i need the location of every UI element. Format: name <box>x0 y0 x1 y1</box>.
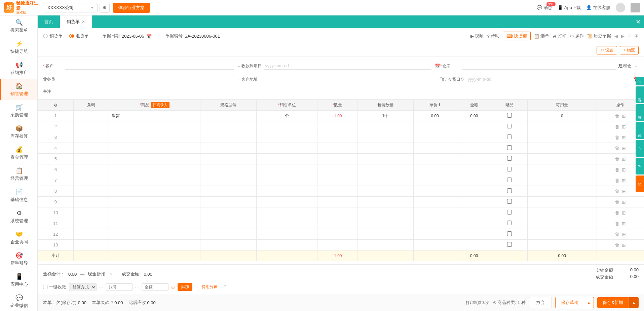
row-spec-11[interactable] <box>200 229 257 240</box>
row-amount-0[interactable]: 0.00 <box>456 111 492 121</box>
nav-prev-icon[interactable]: ◀ <box>614 34 618 39</box>
row-gift-0[interactable] <box>492 111 528 121</box>
sidebar-item-wework[interactable]: 💬 企业微信 <box>0 291 37 311</box>
row-product-9[interactable] <box>109 207 200 218</box>
fee-help-icon[interactable]: ? <box>224 284 226 289</box>
row-settings-10[interactable]: 11 <box>38 218 74 229</box>
row-spec-8[interactable] <box>200 197 257 207</box>
app-download-button[interactable]: 📱 App下载 <box>558 5 581 11</box>
row-barcode-3[interactable] <box>73 143 109 154</box>
avatar[interactable] <box>616 3 625 12</box>
row-amount-4[interactable] <box>456 154 492 164</box>
delete-icon[interactable]: 🗑 <box>615 199 619 205</box>
amount-input[interactable] <box>142 283 168 291</box>
row-barcode-11[interactable] <box>73 229 109 240</box>
trial-button[interactable]: 体验行业方案 <box>113 3 150 13</box>
row-packqty-0[interactable]: 1个 <box>357 111 414 121</box>
copy-icon[interactable]: ⊞ <box>622 156 626 162</box>
row-available-5[interactable] <box>527 164 597 175</box>
one-click-payment[interactable]: 一键收款 <box>43 284 66 290</box>
account-input[interactable] <box>106 283 132 291</box>
copy-icon[interactable]: ⊞ <box>622 167 626 172</box>
sidebar-item-appstore[interactable]: 📱 应用中心 <box>0 270 37 291</box>
row-unit-12[interactable] <box>257 240 317 250</box>
row-spec-7[interactable] <box>200 186 257 197</box>
row-packqty-11[interactable] <box>357 229 414 240</box>
row-spec-9[interactable] <box>200 207 257 218</box>
shortcut-button[interactable]: ⌨ 快捷键 <box>503 32 531 40</box>
row-available-11[interactable] <box>527 229 597 240</box>
settings-icon[interactable]: ⚙ <box>100 3 110 13</box>
view-grid-icon[interactable]: ⊞ <box>634 33 639 39</box>
row-unitprice-9[interactable] <box>414 207 456 218</box>
settings-button[interactable]: ⚙ 设置 <box>597 46 617 54</box>
row-unit-5[interactable] <box>257 164 317 175</box>
row-amount-3[interactable] <box>456 143 492 154</box>
row-available-12[interactable] <box>527 240 597 250</box>
row-available-1[interactable] <box>527 121 597 132</box>
row-settings-11[interactable]: 12 <box>38 229 74 240</box>
row-gift-12[interactable] <box>492 240 528 250</box>
copy-icon[interactable]: ⊞ <box>622 221 626 226</box>
row-spec-12[interactable] <box>200 240 257 250</box>
view-list-icon[interactable]: ≡ <box>628 33 631 39</box>
row-qty-10[interactable] <box>317 218 357 229</box>
sidebar-item-basics[interactable]: 📄 基础信息 <box>0 185 37 206</box>
row-qty-3[interactable] <box>317 143 357 154</box>
row-amount-11[interactable] <box>456 229 492 240</box>
expected-date-input[interactable] <box>466 76 630 83</box>
row-settings-0[interactable]: 1 <box>38 111 74 121</box>
scan-button[interactable]: 扫码录入 <box>151 102 169 108</box>
nav-next-icon[interactable]: ▶ <box>621 34 624 39</box>
sidebar-item-guide[interactable]: 🎯 新手引导 <box>0 248 37 270</box>
rfb-itl[interactable]: Itl <box>636 77 644 85</box>
operation-button[interactable]: ⚙ 操作 <box>570 33 584 39</box>
delete-icon[interactable]: 🗑 <box>615 221 619 226</box>
row-unitprice-5[interactable] <box>414 164 456 175</box>
row-barcode-9[interactable] <box>73 207 109 218</box>
add-button[interactable]: 添加 <box>178 283 192 291</box>
row-barcode-12[interactable] <box>73 240 109 250</box>
tab-home[interactable]: 首页 <box>38 15 60 28</box>
delete-icon[interactable]: 🗑 <box>615 124 619 129</box>
row-unit-11[interactable] <box>257 229 317 240</box>
row-settings-6[interactable]: 7 <box>38 175 74 186</box>
row-gift-4[interactable] <box>492 154 528 164</box>
row-packqty-8[interactable] <box>357 197 414 207</box>
row-spec-6[interactable] <box>200 175 257 186</box>
row-unitprice-11[interactable] <box>414 229 456 240</box>
radio-return-order[interactable]: 退货单 <box>69 33 89 39</box>
delete-icon[interactable]: 🗑 <box>615 156 619 162</box>
row-product-0[interactable]: 散货 <box>109 111 200 121</box>
rfb-customer[interactable]: 客 <box>636 86 644 103</box>
copy-icon[interactable]: ⊞ <box>622 232 626 237</box>
row-product-7[interactable] <box>109 186 200 197</box>
copy-icon[interactable]: ⊞ <box>622 135 626 140</box>
row-qty-7[interactable] <box>317 186 357 197</box>
sidebar-item-inventory[interactable]: 📦 库存核算 <box>0 121 37 143</box>
tab-close-icon[interactable]: ✕ <box>82 20 85 24</box>
logistics-button[interactable]: + 物流 <box>620 46 639 54</box>
payment-method-select[interactable]: 结算方式 <box>69 283 97 291</box>
row-barcode-6[interactable] <box>73 175 109 186</box>
payment-dots[interactable]: ··· <box>99 284 103 289</box>
row-packqty-7[interactable] <box>357 186 414 197</box>
row-amount-1[interactable] <box>456 121 492 132</box>
row-qty-6[interactable] <box>317 175 357 186</box>
row-qty-9[interactable] <box>317 207 357 218</box>
delete-icon[interactable]: 🗑 <box>615 210 619 216</box>
row-spec-5[interactable] <box>200 164 257 175</box>
row-product-1[interactable] <box>109 121 200 132</box>
account-dots[interactable]: ··· <box>135 284 139 289</box>
row-settings-1[interactable]: 2 <box>38 121 74 132</box>
row-product-12[interactable] <box>109 240 200 250</box>
row-unit-2[interactable] <box>257 132 317 143</box>
delete-icon[interactable]: 🗑 <box>615 189 619 194</box>
row-unit-8[interactable] <box>257 197 317 207</box>
row-qty-11[interactable] <box>317 229 357 240</box>
total-owe-icon[interactable]: ? <box>111 300 113 305</box>
row-available-6[interactable] <box>527 175 597 186</box>
delete-icon[interactable]: 🗑 <box>615 113 619 119</box>
row-gift-5[interactable] <box>492 164 528 175</box>
row-packqty-10[interactable] <box>357 218 414 229</box>
